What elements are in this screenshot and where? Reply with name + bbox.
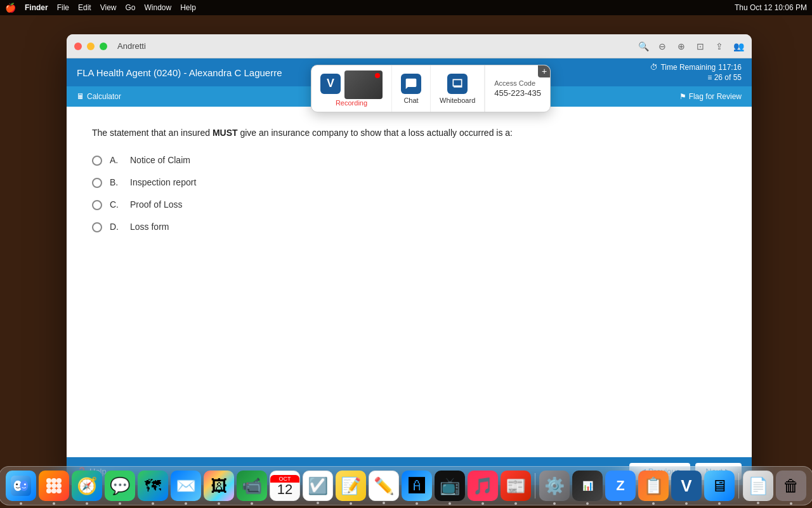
- option-label-d: D.: [110, 222, 122, 232]
- users-icon[interactable]: 👥: [733, 41, 744, 52]
- calendar-day: 12: [277, 483, 292, 497]
- dock-facetime[interactable]: 📹: [237, 471, 267, 501]
- recording-indicator: [375, 73, 380, 78]
- exam-meta: ⏱ Time Remaining 117:16 ≡ 26 of 55: [650, 63, 742, 82]
- question-count-value: 26 of 55: [714, 73, 742, 82]
- menu-edit[interactable]: Edit: [78, 3, 91, 12]
- dock-activitymon[interactable]: 📊: [572, 471, 603, 501]
- calendar-inner: OCT 12: [270, 475, 299, 497]
- veritas-icon: V: [320, 74, 341, 94]
- dock-maps[interactable]: 🗺: [138, 471, 168, 501]
- svg-point-13: [56, 488, 62, 493]
- menu-window[interactable]: Window: [145, 3, 172, 12]
- dock-mail[interactable]: ✉️: [171, 471, 201, 501]
- list-icon: ≡: [707, 73, 712, 82]
- dock-screenapp[interactable]: 🖥: [704, 471, 735, 501]
- menubar-right: Thu Oct 12 10:06 PM: [735, 3, 807, 12]
- question-text: The statement that an insured MUST give …: [92, 126, 726, 140]
- question-text-after: give an insurance company to show that a…: [238, 128, 513, 138]
- zoom-in-icon[interactable]: ⊕: [676, 41, 687, 52]
- calculator-icon: 🖩: [77, 92, 84, 101]
- zoom-out-icon[interactable]: ⊖: [657, 41, 668, 52]
- minimize-button[interactable]: [87, 43, 95, 50]
- dock-separator-2: [738, 473, 739, 498]
- close-button[interactable]: [74, 43, 82, 50]
- svg-point-8: [46, 483, 51, 488]
- question-bold-word: MUST: [213, 128, 238, 138]
- zoom-toolbar: + V Recording Chat: [311, 65, 551, 112]
- menubar-left: 🍎 Finder File Edit View Go Window Help: [5, 3, 196, 13]
- dock-calendar[interactable]: OCT 12: [270, 471, 300, 501]
- dock-veritas[interactable]: V: [671, 471, 702, 501]
- window-title: Andretti: [117, 41, 146, 51]
- dock-launchpad[interactable]: [39, 471, 69, 501]
- calculator-label: Calculator: [87, 92, 121, 101]
- window-titlebar: Andretti 🔍 ⊖ ⊕ ⊡ ⇪ 👥: [67, 34, 752, 58]
- menubar-clock: Thu Oct 12 10:06 PM: [735, 3, 807, 12]
- option-text-c: Proof of Loss: [130, 199, 183, 210]
- share-icon[interactable]: ⇪: [714, 41, 725, 52]
- option-text-b: Inspection report: [130, 177, 196, 187]
- zoom-whiteboard-tool[interactable]: Whiteboard: [431, 65, 485, 112]
- access-code-value: 455-223-435: [494, 88, 541, 98]
- zoom-plus-button[interactable]: +: [538, 65, 551, 77]
- radio-d[interactable]: [92, 222, 102, 232]
- apple-menu[interactable]: 🍎: [5, 3, 16, 13]
- radio-a[interactable]: [92, 156, 102, 166]
- answer-option-c[interactable]: C. Proof of Loss: [92, 199, 726, 210]
- dock-systemprefs[interactable]: ⚙️: [539, 471, 570, 501]
- svg-point-6: [51, 478, 56, 483]
- dock-notes[interactable]: 📝: [336, 471, 366, 501]
- dock-trash[interactable]: 🗑: [776, 471, 806, 501]
- window-controls-right: 🔍 ⊖ ⊕ ⊡ ⇪ 👥: [638, 41, 744, 52]
- maximize-button[interactable]: [100, 43, 107, 50]
- flag-review-label: Flag for Review: [689, 92, 742, 101]
- svg-point-3: [16, 483, 18, 485]
- answer-option-a[interactable]: A. Notice of Claim: [92, 155, 726, 166]
- zoom-chat-tool[interactable]: Chat: [392, 65, 431, 112]
- chat-icon: [401, 74, 421, 94]
- radio-c[interactable]: [92, 200, 102, 210]
- option-label-b: B.: [110, 177, 122, 187]
- menubar: 🍎 Finder File Edit View Go Window Help T…: [0, 0, 812, 15]
- time-remaining: ⏱ Time Remaining 117:16: [650, 63, 742, 72]
- zoom-recording-tool[interactable]: V Recording: [311, 65, 392, 112]
- dock-messages[interactable]: 💬: [105, 471, 135, 501]
- video-thumbnail: [344, 70, 383, 99]
- menu-file[interactable]: File: [57, 3, 69, 12]
- dock-reminders[interactable]: ☑️: [303, 471, 333, 501]
- dock-finder[interactable]: [6, 471, 36, 501]
- app-name[interactable]: Finder: [25, 3, 48, 12]
- calculator-button[interactable]: 🖩 Calculator: [77, 92, 121, 101]
- answer-option-d[interactable]: D. Loss form: [92, 222, 726, 232]
- fit-icon[interactable]: ⊡: [695, 41, 706, 52]
- answer-option-b[interactable]: B. Inspection report: [92, 177, 726, 188]
- dock-safari[interactable]: 🧭: [72, 471, 102, 501]
- dock-photos[interactable]: 🖼: [204, 471, 234, 501]
- svg-point-9: [51, 483, 56, 488]
- menu-go[interactable]: Go: [126, 3, 136, 12]
- question-count: ≡ 26 of 55: [707, 73, 742, 82]
- question-text-before: The statement that an insured: [92, 128, 213, 138]
- search-icon[interactable]: 🔍: [638, 41, 649, 52]
- dock-clipboard[interactable]: 📄: [743, 471, 773, 501]
- option-text-d: Loss form: [130, 222, 169, 232]
- dock-codeshot[interactable]: 📋: [638, 471, 669, 501]
- whiteboard-icon: [447, 74, 468, 94]
- dock-appletv[interactable]: 📺: [435, 471, 465, 501]
- flag-review-button[interactable]: ⚑ Flag for Review: [679, 92, 742, 101]
- dock-freeform[interactable]: ✏️: [369, 471, 399, 501]
- menu-help[interactable]: Help: [180, 3, 196, 12]
- svg-point-4: [24, 483, 26, 485]
- radio-b[interactable]: [92, 178, 102, 188]
- svg-point-11: [46, 488, 51, 493]
- whiteboard-label: Whiteboard: [440, 97, 475, 104]
- dock-news[interactable]: 📰: [501, 471, 531, 501]
- dock-appstore[interactable]: 🅰: [402, 471, 432, 501]
- dock-zoom[interactable]: Z: [605, 471, 636, 501]
- menu-view[interactable]: View: [100, 3, 117, 12]
- dock: 🧭 💬 🗺 ✉️ 🖼 📹 OCT 12 ☑️ 📝 ✏️ 🅰 📺 🎵 📰 ⚙️ 📊…: [0, 466, 812, 505]
- dock-music[interactable]: 🎵: [468, 471, 498, 501]
- svg-point-10: [56, 483, 62, 488]
- desktop: Andretti 🔍 ⊖ ⊕ ⊡ ⇪ 👥 FLA Health Agent (0…: [0, 15, 812, 508]
